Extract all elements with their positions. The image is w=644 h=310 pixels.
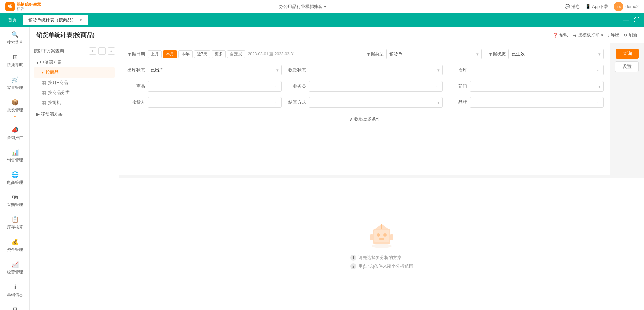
scheme-item-by-product-category-label: 按商品分类	[48, 90, 70, 96]
sidebar-item-search-label: 搜索菜单	[7, 40, 23, 45]
printer-icon: ▦	[42, 100, 46, 105]
sidebar-item-system[interactable]: ⚙ 系统管理	[0, 302, 29, 310]
empty-illustration	[365, 216, 398, 249]
user-menu[interactable]: demo2	[614, 2, 639, 11]
inventory-icon: 📋	[11, 216, 19, 223]
collapse-panel-icon[interactable]: «	[108, 47, 115, 55]
doc-status-label: 单据状态	[487, 51, 506, 57]
purchase-icon: 🛍	[12, 194, 18, 201]
main-layout: 🔍 搜索菜单 ⊞ 快捷导航 🛒 零售管理 📦 批发管理 ▲ 📣 营销推广 📊 销…	[0, 27, 644, 310]
user-avatar	[614, 2, 623, 11]
message-icon: 💬	[565, 4, 570, 9]
collapse-button[interactable]: ∧ 收起更多条件	[126, 113, 604, 125]
scheme-settings-icon[interactable]: ⊙	[98, 47, 106, 55]
sidebar-item-retail[interactable]: 🛒 零售管理	[0, 72, 29, 95]
doc-type-select[interactable]: 销货单 ▾	[386, 49, 482, 59]
payment-method-chevron-icon: ▾	[437, 100, 440, 105]
app-download-button[interactable]: 📱 App下载	[585, 4, 608, 10]
filter-row-2: 出库状态 已出库 ▾ 收款状态 ▾	[126, 65, 604, 75]
svg-rect-8	[370, 234, 373, 240]
top-bar-right: 💬 消息 📱 App下载 demo2	[565, 2, 639, 11]
operations-icon: 📈	[11, 261, 19, 268]
warehouse-status-filter-field: 出库状态 已出库 ▾	[126, 65, 282, 75]
date-buttons: 上月 本月 本年 近7天 更多 自定义	[148, 50, 245, 58]
warehouse-input[interactable]: ···	[470, 65, 604, 75]
quick-nav-icon: ⊞	[13, 53, 18, 61]
sidebar-item-purchase[interactable]: 🛍 采购管理	[0, 190, 29, 212]
query-button[interactable]: 查询	[616, 49, 639, 59]
sidebar-item-finance-label: 资金管理	[7, 247, 23, 253]
payment-method-label: 结算方式	[287, 99, 306, 105]
refresh-button[interactable]: ↺ 刷新	[624, 32, 637, 38]
workspace-selector[interactable]: 办公用品行业模拟账套 ▾	[279, 4, 326, 10]
receiver-input[interactable]: ···	[148, 97, 282, 108]
custom-btn[interactable]: 自定义	[227, 50, 245, 58]
warehouse-status-select[interactable]: 已出库 ▾	[148, 65, 282, 75]
tab-close-icon[interactable]: ✕	[79, 18, 83, 22]
sidebar-item-sales[interactable]: 📊 销售管理	[0, 145, 29, 167]
template-print-button[interactable]: 🖨 按模板打印 ▾	[572, 32, 603, 38]
sidebar-item-marketing[interactable]: 📣 营销推广	[0, 122, 29, 145]
sidebar-item-search[interactable]: 🔍 搜索菜单	[0, 27, 29, 49]
step-num-2: 2	[350, 263, 356, 269]
product-dots-icon: ···	[275, 84, 279, 89]
search-icon: 🔍	[11, 31, 19, 38]
export-button[interactable]: ↓ 导出	[607, 32, 620, 38]
sidebar-item-wholesale-label: 批发管理	[7, 107, 23, 113]
sidebar-item-ecommerce[interactable]: 🌐 电商管理	[0, 167, 29, 190]
scheme-group-mobile-header[interactable]: ▶ 移动端方案	[34, 109, 115, 119]
sidebar-item-wholesale[interactable]: 📦 批发管理 ▲	[0, 95, 29, 122]
settings-button[interactable]: 设置	[615, 61, 639, 72]
tab-stats[interactable]: 销货单统计表（按商品） ✕	[23, 15, 88, 25]
scheme-group-pc-header[interactable]: ▾ 电脑端方案	[34, 57, 115, 67]
more-btn[interactable]: 更多	[212, 50, 226, 58]
prev-month-btn[interactable]: 上月	[148, 50, 162, 58]
payment-method-select[interactable]: ▾	[309, 97, 443, 108]
scheme-item-by-product-category[interactable]: ▦ 按商品分类	[34, 88, 115, 98]
warehouse-dots-icon: ···	[597, 68, 601, 73]
product-input[interactable]: ···	[148, 81, 282, 92]
sidebar-item-marketing-label: 营销推广	[7, 135, 23, 141]
sidebar-item-finance[interactable]: 💰 资金管理	[0, 234, 29, 257]
filter-and-action: 单据日期 上月 本月 本年 近7天 更多 自定义	[119, 43, 644, 175]
salesperson-input[interactable]: ···	[309, 81, 443, 92]
help-button[interactable]: ❓ 帮助	[553, 32, 568, 38]
warehouse-status-label: 出库状态	[126, 67, 145, 73]
collapse-arrow-icon: ∧	[350, 117, 353, 122]
sidebar-item-inventory[interactable]: 📋 库存核算	[0, 212, 29, 234]
doc-type-chevron-icon: ▾	[476, 52, 479, 57]
department-select[interactable]: ▾	[470, 81, 604, 92]
app-download-icon: 📱	[585, 4, 591, 9]
current-month-btn[interactable]: 本月	[163, 50, 177, 58]
sidebar-item-purchase-label: 采购管理	[7, 202, 23, 208]
scheme-group-mobile-label: 移动端方案	[41, 111, 63, 117]
scheme-section: ▾ 电脑端方案 ● 按商品 ▦ 按月+商品 ▦	[30, 57, 119, 119]
left-panel: 按以下方案查询 + ⊙ « ▾ 电脑端方案 ●	[30, 43, 119, 310]
add-scheme-button[interactable]: +	[89, 47, 96, 55]
scheme-item-by-month-product[interactable]: ▦ 按月+商品	[34, 78, 115, 88]
filter-row-4: 收货人 ··· 结算方式 ▾	[126, 97, 604, 108]
svg-point-4	[383, 233, 387, 237]
workspace-name: 办公用品行业模拟账套	[279, 4, 323, 10]
brand-dots-icon: ···	[597, 100, 601, 105]
sidebar-item-operations[interactable]: 📈 经营管理	[0, 257, 29, 279]
current-year-btn[interactable]: 本年	[178, 50, 193, 58]
refresh-label: 刷新	[629, 32, 637, 38]
scheme-item-by-product[interactable]: ● 按商品	[34, 67, 115, 78]
sidebar-item-sales-label: 销售管理	[7, 157, 23, 163]
logo-text: 畅捷信好生意	[17, 2, 41, 7]
tab-minimize-button[interactable]: —	[621, 15, 631, 25]
doc-status-select[interactable]: 已生效 ▾	[508, 49, 604, 59]
brand-input[interactable]: ···	[470, 97, 604, 108]
message-button[interactable]: 💬 消息	[565, 4, 580, 10]
sidebar-item-base-info[interactable]: ℹ 基础信息	[0, 279, 29, 302]
scheme-item-by-printer[interactable]: ▦ 按司机	[34, 98, 115, 108]
logo-subtitle: 标版	[17, 7, 41, 11]
refresh-icon: ↺	[624, 33, 627, 38]
tab-maximize-button[interactable]: ⛶	[632, 15, 641, 25]
sidebar-item-quick-nav[interactable]: ⊞ 快捷导航	[0, 49, 29, 72]
tab-home[interactable]: 首页	[3, 15, 22, 25]
receipt-status-select[interactable]: ▾	[309, 65, 443, 75]
receipt-status-filter-field: 收款状态 ▾	[287, 65, 443, 75]
last7days-btn[interactable]: 近7天	[194, 50, 210, 58]
